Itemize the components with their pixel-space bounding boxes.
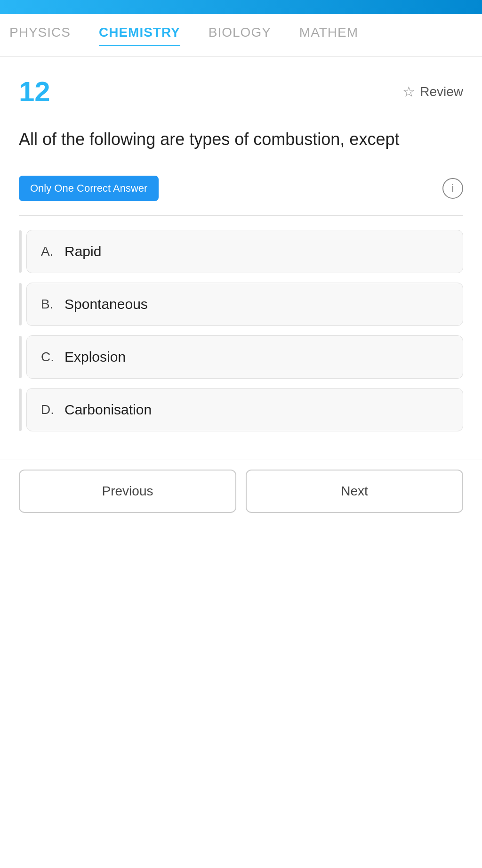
info-icon[interactable]: i [442,178,463,199]
option-b[interactable]: B. Spontaneous [19,283,463,326]
options-list: A. Rapid B. Spontaneous C. Explosion D. … [19,230,463,431]
review-button[interactable]: ☆ Review [402,83,463,100]
answer-type-badge: Only One Correct Answer [19,176,159,201]
option-c-text: Explosion [64,349,126,365]
review-label: Review [420,84,463,99]
option-a-text: Rapid [64,243,101,260]
star-icon: ☆ [402,83,415,100]
divider [19,215,463,216]
option-c-sidebar [19,336,22,378]
main-content: 12 ☆ Review All of the following are typ… [0,57,482,431]
tab-chemistry[interactable]: CHEMISTRY [99,25,180,46]
tab-navigation: PHYSICS CHEMISTRY BIOLOGY MATHEM [0,14,482,57]
option-c[interactable]: C. Explosion [19,335,463,379]
tab-mathematics[interactable]: MATHEM [299,25,358,46]
bottom-navigation: Previous Next [0,460,482,522]
option-a-letter: A. [41,244,55,259]
question-text: All of the following are types of combus… [19,127,463,152]
info-symbol: i [451,182,454,195]
option-d-sidebar [19,389,22,431]
question-header: 12 ☆ Review [19,75,463,108]
option-a-sidebar [19,230,22,273]
option-c-letter: C. [41,349,55,365]
option-d-letter: D. [41,402,55,417]
option-b-box: B. Spontaneous [26,283,463,326]
previous-button[interactable]: Previous [19,470,236,513]
option-d-text: Carbonisation [64,402,152,418]
question-number: 12 [19,75,50,108]
next-button[interactable]: Next [246,470,463,513]
option-a[interactable]: A. Rapid [19,230,463,273]
tab-biology[interactable]: BIOLOGY [209,25,271,46]
option-d-box: D. Carbonisation [26,388,463,431]
option-b-sidebar [19,283,22,325]
top-bar [0,0,482,14]
option-b-letter: B. [41,297,55,312]
option-a-box: A. Rapid [26,230,463,273]
tab-physics[interactable]: PHYSICS [9,25,71,46]
option-d[interactable]: D. Carbonisation [19,388,463,431]
answer-type-row: Only One Correct Answer i [19,176,463,201]
option-c-box: C. Explosion [26,335,463,379]
option-b-text: Spontaneous [64,296,148,312]
